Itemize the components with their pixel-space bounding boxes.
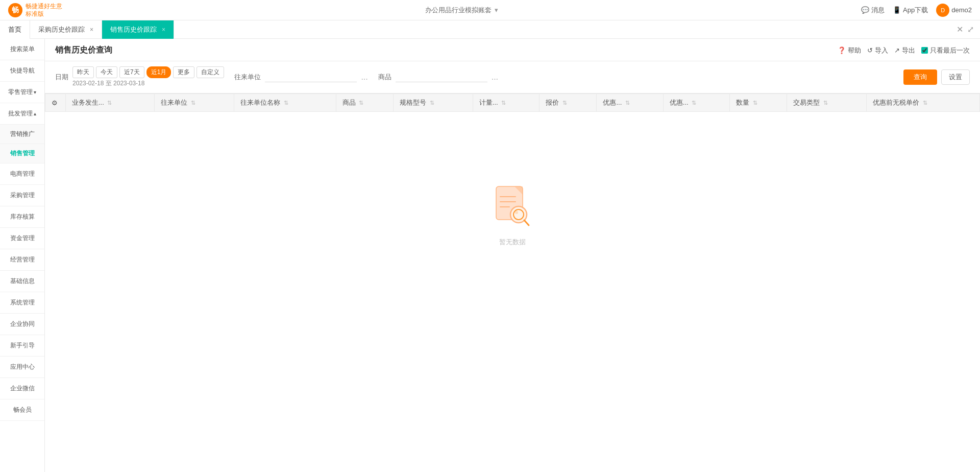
col-trade-type[interactable]: 交易类型 ⇅ (787, 94, 867, 112)
data-table: ⚙ 业务发生... ⇅ 往来单位 ⇅ 往来单位名称 ⇅ (45, 93, 980, 112)
col-unit[interactable]: 计量... ⇅ (473, 94, 539, 112)
sidebar-item-basic-info[interactable]: 基础信息 (0, 271, 44, 292)
date-buttons: 昨天 今天 近7天 近1月 更多 自定义 2023-02-18 至 2023-0… (72, 66, 224, 88)
sidebar-retail-arrow-icon: ▾ (34, 89, 36, 95)
sidebar-item-vip[interactable]: 畅会员 (0, 399, 44, 421)
sidebar-item-retail-mgmt[interactable]: 零售管理 ▾ (0, 82, 44, 103)
table-head: ⚙ 业务发生... ⇅ 往来单位 ⇅ 往来单位名称 ⇅ (45, 94, 980, 112)
sidebar-quick-nav-label: 快捷导航 (2, 66, 42, 75)
app-selector-label[interactable]: 办公用品行业模拟账套 (425, 6, 492, 15)
sidebar-item-sales-mgmt[interactable]: 销售管理 (0, 144, 44, 163)
sort-partner-name-icon: ⇅ (284, 100, 288, 106)
setting-button[interactable]: 设置 (941, 69, 970, 85)
import-action[interactable]: ↺ 导入 (867, 46, 888, 55)
col-product[interactable]: 商品 ⇅ (336, 94, 393, 112)
col-partner-name[interactable]: 往来单位名称 ⇅ (234, 94, 336, 112)
msg-item[interactable]: 💬 消息 (861, 6, 885, 15)
sidebar-marketing-label: 营销推广 (2, 130, 42, 138)
partner-filter-dots[interactable]: ... (361, 73, 368, 82)
tab-close-all-icon[interactable]: ✕ (957, 25, 963, 34)
sidebar-item-enterprise[interactable]: 企业协同 (0, 314, 44, 335)
col-unit-label: 计量... (479, 99, 498, 106)
sidebar-item-search-menu[interactable]: 搜索菜单 (0, 39, 44, 60)
date-btn-7days[interactable]: 近7天 (119, 66, 144, 78)
sidebar-vip-label: 畅会员 (2, 406, 42, 414)
date-btn-custom[interactable]: 自定义 (197, 66, 224, 78)
date-btn-today[interactable]: 今天 (96, 66, 117, 78)
sort-quote-icon: ⇅ (562, 100, 567, 106)
filter-bar: 日期 昨天 今天 近7天 近1月 更多 自定义 2023-02-18 至 202… (45, 61, 980, 93)
sidebar-item-ecom-mgmt[interactable]: 电商管理 (0, 163, 44, 185)
tab-maximize-icon[interactable]: ⤢ (967, 25, 974, 34)
sidebar-item-corp-wechat[interactable]: 企业微信 (0, 378, 44, 399)
partner-filter-label: 往来单位 (234, 73, 261, 82)
query-button[interactable]: 查询 (903, 69, 937, 85)
tab-purchase-history-close[interactable]: × (90, 26, 93, 33)
sort-trade-type-icon: ⇅ (823, 100, 828, 106)
only-last-wrap[interactable]: 只看最后一次 (921, 46, 970, 55)
sidebar-item-app-center[interactable]: 应用中心 (0, 357, 44, 378)
tab-sales-history-close[interactable]: × (162, 26, 165, 33)
sidebar-item-ops-mgmt[interactable]: 经营管理 (0, 249, 44, 271)
import-label: 导入 (875, 46, 888, 55)
col-biz-date[interactable]: 业务发生... ⇅ (66, 94, 155, 112)
col-discount2[interactable]: 优惠... ⇅ (663, 94, 729, 112)
sidebar-item-sys-mgmt[interactable]: 系统管理 (0, 292, 44, 314)
product-filter-dots[interactable]: ... (492, 73, 498, 82)
sidebar-retail-mgmt-label: 零售管理 (8, 88, 33, 97)
col-discount1[interactable]: 优惠... ⇅ (597, 94, 663, 112)
sidebar-sys-mgmt-label: 系统管理 (2, 298, 42, 307)
tab-sales-history[interactable]: 销售历史价跟踪 × (102, 20, 174, 39)
col-spec-label: 规格型号 (400, 99, 426, 106)
col-partner-code[interactable]: 往来单位 ⇅ (155, 94, 234, 112)
sidebar: 搜索菜单 快捷导航 零售管理 ▾ 批发管理 ▴ 营销推广 销售管理 电商管理 采… (0, 39, 45, 472)
svg-point-8 (515, 211, 518, 214)
sidebar-item-finance-mgmt[interactable]: 资金管理 (0, 228, 44, 249)
date-btn-more[interactable]: 更多 (173, 66, 194, 78)
empty-text: 暂无数据 (499, 238, 526, 247)
col-pretax-price[interactable]: 优惠前无税单价 ⇅ (867, 94, 980, 112)
col-quote[interactable]: 报价 ⇅ (540, 94, 597, 112)
sidebar-item-purchase-mgmt[interactable]: 采购管理 (0, 185, 44, 206)
svg-line-7 (524, 220, 529, 225)
sidebar-search-menu-label: 搜索菜单 (2, 45, 42, 54)
sort-partner-code-icon: ⇅ (191, 100, 195, 106)
sidebar-item-wholesale-mgmt[interactable]: 批发管理 ▴ (0, 103, 44, 125)
date-range: 2023-02-18 至 2023-03-18 (72, 79, 224, 88)
user-item[interactable]: D demo2 (936, 4, 972, 17)
date-btn-yesterday[interactable]: 昨天 (72, 66, 94, 78)
date-btn-1month[interactable]: 近1月 (146, 66, 172, 78)
btn-group-right: 查询 设置 (903, 69, 970, 85)
page-title-row: 销售历史价查询 ❓ 帮助 ↺ 导入 ↗ 导出 (55, 45, 970, 56)
sidebar-item-quick-nav[interactable]: 快捷导航 (0, 60, 44, 82)
col-spec[interactable]: 规格型号 ⇅ (393, 94, 473, 112)
msg-label: 消息 (871, 6, 885, 15)
sort-discount2-icon: ⇅ (692, 100, 696, 106)
sidebar-item-newbie[interactable]: 新手引导 (0, 335, 44, 357)
top-bar: 畅 畅捷通好生意 标准版 办公用品行业模拟账套 ▾ 💬 消息 📱 App下载 D… (0, 0, 980, 20)
help-action[interactable]: ❓ 帮助 (838, 46, 861, 55)
app-selector-chevron[interactable]: ▾ (495, 6, 498, 14)
product-filter-input[interactable] (396, 72, 487, 82)
export-action[interactable]: ↗ 导出 (894, 46, 915, 55)
partner-filter-input[interactable] (265, 72, 357, 82)
import-icon: ↺ (867, 46, 873, 54)
sort-biz-date-icon: ⇅ (107, 100, 112, 106)
only-last-checkbox[interactable] (921, 47, 928, 54)
col-settings[interactable]: ⚙ (45, 94, 66, 112)
page-header: 销售历史价查询 ❓ 帮助 ↺ 导入 ↗ 导出 (45, 39, 980, 61)
col-qty[interactable]: 数量 ⇅ (730, 94, 787, 112)
col-partner-code-label: 往来单位 (161, 99, 187, 106)
sidebar-app-center-label: 应用中心 (2, 363, 42, 371)
sidebar-purchase-mgmt-label: 采购管理 (2, 191, 42, 200)
tab-home[interactable]: 首页 (0, 20, 30, 39)
export-icon: ↗ (894, 46, 900, 54)
tab-purchase-history[interactable]: 采购历史价跟踪 × (30, 20, 102, 39)
table-area: ⚙ 业务发生... ⇅ 往来单位 ⇅ 往来单位名称 ⇅ (45, 93, 980, 472)
tab-sales-history-label: 销售历史价跟踪 (110, 25, 157, 34)
partner-filter-group: 往来单位 ... (234, 72, 368, 82)
app-download-item[interactable]: 📱 App下载 (893, 6, 928, 15)
sidebar-wholesale-arrow-icon: ▴ (34, 111, 36, 116)
sidebar-item-inventory[interactable]: 库存核算 (0, 206, 44, 228)
sidebar-item-marketing[interactable]: 营销推广 (0, 125, 44, 144)
